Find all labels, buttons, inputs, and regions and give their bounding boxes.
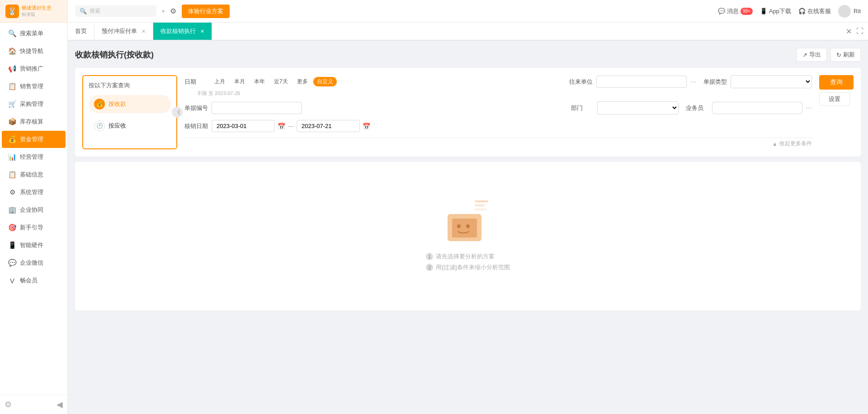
sidebar-icon-sales: 📋 — [8, 82, 16, 90]
close-tab-icon[interactable]: ✕ — [846, 27, 852, 36]
staff-dots-icon[interactable]: ··· — [806, 104, 812, 112]
sidebar-logo: 🐰 畅捷通好生意 标准版 — [0, 0, 67, 23]
staff-label: 业务员 — [686, 104, 708, 112]
query-row-3: 核销日期 📅 — 📅 — [184, 120, 812, 132]
empty-tip-1: 1 请先选择要分析的方案 — [426, 252, 509, 261]
message-badge: 99+ — [741, 8, 753, 15]
query-buttons: 查询 设置 — [819, 75, 854, 106]
search-box[interactable]: 🔍 搜索 — [75, 5, 156, 17]
tab-receipt-verify[interactable]: 收款核销执行✕ — [153, 23, 212, 40]
logo-text: 畅捷通好生意 — [22, 5, 52, 11]
content-area: 收款核销执行(按收款) ↗ 导出 ↻ 刷新 按以下方案查询 💰 按收款 — [68, 41, 868, 414]
date-label: 日期 — [184, 78, 207, 86]
sidebar-item-enterprise[interactable]: 🏢 企业协同 — [2, 201, 66, 219]
sidebar-label-operation: 经营管理 — [20, 153, 43, 161]
tabbar-actions: ✕ ⛶ — [846, 23, 868, 40]
filter-item-receivable[interactable]: 🕐 按应收 — [89, 117, 171, 135]
sidebar-label-purchase: 采购管理 — [20, 100, 43, 108]
sidebar-icon-enterprise: 🏢 — [8, 206, 16, 214]
filter-title: 按以下方案查询 — [89, 81, 171, 90]
page-header: 收款核销执行(按收款) ↗ 导出 ↻ 刷新 — [75, 48, 861, 62]
bill-type-field: 单据类型 — [703, 75, 812, 88]
verify-date-range: 📅 — 📅 — [212, 120, 370, 132]
date-btn-更多[interactable]: 更多 — [293, 77, 311, 86]
tip1-text: 请先选择要分析的方案 — [436, 252, 495, 261]
refresh-icon: ↻ — [836, 52, 841, 58]
query-area: 日期 上月本月本年近7天更多自定义 往来单位 ··· 单据类型 — [184, 75, 854, 149]
sidebar-item-wechat[interactable]: 💬 企业微信 — [2, 254, 66, 271]
bill-type-select[interactable] — [731, 75, 812, 88]
sidebar-item-inventory[interactable]: 📦 库存核算 — [2, 113, 66, 130]
collapse-up-icon: ▲ — [772, 141, 778, 147]
collapse-sidebar-icon[interactable]: ◀ — [57, 400, 63, 409]
verify-date-end-input[interactable] — [297, 120, 360, 132]
counterpart-dots-icon[interactable]: ··· — [690, 78, 696, 86]
date-btn-本年[interactable]: 本年 — [250, 77, 269, 86]
sidebar-item-hardware[interactable]: 📱 智能硬件 — [2, 237, 66, 254]
sidebar-item-system[interactable]: ⚙ 系统管理 — [2, 184, 66, 201]
sidebar-item-basic-info[interactable]: 📋 基础信息 — [2, 166, 66, 183]
sidebar-item-marketing[interactable]: 📢 营销推广 — [2, 60, 66, 77]
calendar-end-icon[interactable]: 📅 — [363, 123, 370, 130]
sidebar-icon-quick-nav: 🏠 — [8, 47, 16, 55]
topbar-gear-icon[interactable]: ⚙ — [170, 7, 176, 15]
sidebar-label-hardware: 智能硬件 — [20, 241, 43, 249]
bill-no-input[interactable] — [212, 102, 302, 114]
verify-date-field: 核销日期 📅 — 📅 — [184, 120, 370, 132]
collapse-more-button[interactable]: ▲ 收起更多条件 — [184, 138, 812, 149]
sidebar-item-guide[interactable]: 🎯 新手引导 — [2, 219, 66, 236]
svg-rect-1 — [475, 205, 485, 206]
tab-close-receipt-verify[interactable]: ✕ — [200, 29, 204, 34]
tabbar: 首页预付冲应付单✕收款核销执行✕ ✕ ⛶ — [68, 23, 868, 41]
empty-illustration — [441, 198, 495, 243]
sidebar-item-purchase[interactable]: 🛒 采购管理 — [2, 95, 66, 113]
sidebar-item-sales[interactable]: 📋 销售管理 — [2, 78, 66, 95]
user-area[interactable]: Rit — [838, 5, 861, 18]
verify-date-start-input[interactable] — [212, 120, 275, 132]
refresh-button[interactable]: ↻ 刷新 — [830, 48, 861, 62]
page-title: 收款核销执行(按收款) — [75, 49, 154, 60]
tab-home[interactable]: 首页 — [68, 23, 94, 40]
sidebar-icon-guide: 🎯 — [8, 224, 16, 232]
date-btn-近7天[interactable]: 近7天 — [270, 77, 292, 86]
settings-button[interactable]: 设置 — [819, 92, 850, 106]
sidebar-item-quick-nav[interactable]: 🏠 快捷导航 — [2, 43, 66, 60]
tab-prepay[interactable]: 预付冲应付单✕ — [94, 23, 153, 40]
filter-collapse-button[interactable]: 《 — [172, 107, 183, 118]
calendar-start-icon[interactable]: 📅 — [278, 123, 285, 130]
tip2-text: 用[过滤]条件来缩小分析范围 — [436, 263, 509, 271]
expand-icon[interactable]: ⛶ — [856, 27, 863, 35]
sidebar-label-member: 畅会员 — [20, 276, 38, 285]
sidebar-label-basic-info: 基础信息 — [20, 171, 43, 179]
date-btn-本月[interactable]: 本月 — [231, 77, 249, 86]
service-label: 在线客服 — [807, 7, 831, 15]
counterpart-input[interactable] — [596, 76, 687, 88]
dept-label: 部门 — [571, 104, 594, 112]
user-avatar — [838, 5, 851, 18]
filter-item-receipt[interactable]: 💰 按收款 — [89, 95, 171, 113]
message-item[interactable]: 💬 消息 99+ — [718, 7, 753, 15]
staff-input[interactable] — [712, 102, 802, 114]
message-label: 消息 — [727, 7, 739, 15]
sidebar-item-member[interactable]: V 畅会员 — [2, 272, 66, 289]
app-download-item[interactable]: 📱 App下载 — [760, 7, 791, 15]
solution-button[interactable]: 体验行业方案 — [182, 5, 230, 18]
empty-state: 1 请先选择要分析的方案 2 用[过滤]条件来缩小分析范围 — [75, 162, 861, 310]
sidebar-icon-finance: 💰 — [8, 135, 16, 143]
settings-icon[interactable]: ⚙ — [5, 400, 12, 409]
date-btn-custom[interactable]: 自定义 — [313, 77, 337, 86]
service-item[interactable]: 🎧 在线客服 — [798, 7, 831, 15]
sidebar-item-operation[interactable]: 📊 经营管理 — [2, 148, 66, 166]
sidebar-item-search-menu[interactable]: 🔍 搜索菜单 — [2, 25, 66, 42]
export-button[interactable]: ↗ 导出 — [797, 48, 827, 62]
tab-close-prepay[interactable]: ✕ — [142, 29, 146, 34]
sidebar-item-finance[interactable]: 💰 资金管理 — [2, 131, 66, 148]
tab-label-prepay: 预付冲应付单 — [102, 27, 137, 35]
sidebar-icon-inventory: 📦 — [8, 118, 16, 126]
topbar-chevron-icon[interactable]: ▾ — [162, 8, 165, 14]
dept-select[interactable] — [597, 101, 679, 114]
verify-date-label: 核销日期 — [184, 122, 208, 130]
query-button[interactable]: 查询 — [819, 75, 854, 90]
empty-svg — [441, 198, 495, 243]
date-btn-上月[interactable]: 上月 — [211, 77, 229, 86]
